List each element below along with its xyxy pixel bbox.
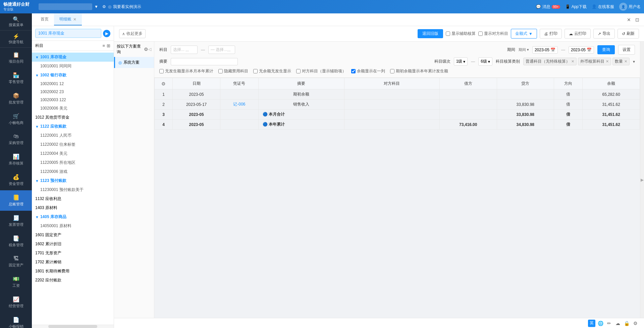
sidebar-item-ecommerce[interactable]: 🛒 小畅电商 (0, 109, 32, 129)
demo-button[interactable]: ◎ 我要看实例演示 (108, 4, 141, 10)
cb-contra[interactable] (296, 69, 301, 73)
cloud-btn[interactable]: ☁ (614, 320, 622, 327)
show-aux-input[interactable] (446, 31, 450, 36)
account-nav-btn[interactable]: ▶ (103, 30, 110, 37)
tree-item-11220004[interactable]: 11220004 美元 (32, 149, 114, 158)
subject-select-area[interactable]: — 选择... ... (208, 46, 235, 54)
tree-item-1001[interactable]: ▼ 1001 库存现金 (32, 53, 114, 62)
tree-item-1002[interactable]: ▼ 1002 银行存款 (32, 71, 114, 80)
tree-item-10020006[interactable]: 10020006 美元 (32, 104, 114, 113)
period-end-input[interactable]: 2023-05 📅 (569, 46, 594, 54)
cloud-print-btn[interactable]: ☁ 云打印 (565, 29, 591, 39)
period-dropdown[interactable]: 期间 ▾ (519, 47, 529, 52)
table-row[interactable]: 1 2023-05 期初余额 借 65,282.60 (155, 89, 640, 100)
tree-item-11230001[interactable]: 11230001 预付账款美于 (32, 185, 114, 194)
tree-item-1801[interactable]: 1801 长期待摊费用 (32, 267, 114, 276)
export-btn[interactable]: ↗ 导出 (593, 29, 615, 39)
tree-item-1123[interactable]: ▼ 1123 预付账款 (32, 176, 114, 185)
cell-voucher-2[interactable]: 记-006 (220, 100, 259, 110)
filter-collapse-icon[interactable]: ◁ (148, 47, 151, 52)
sidebar-item-shortcut[interactable]: ⚡ 快捷导航 (0, 30, 32, 48)
tree-item-10020003[interactable]: 10020003 122 (32, 96, 114, 104)
sidebar-item-tax[interactable]: 📑 税务管理 (0, 231, 32, 252)
expand-filter-btn[interactable]: ∧ 收起更多 (119, 29, 146, 38)
tab-close-window-btn[interactable]: ✕ (626, 16, 632, 23)
tree-item-2202[interactable]: 2202 应付账款 (32, 276, 114, 285)
category-tag-2[interactable]: 外币核算科目 ✕ (578, 58, 611, 65)
sidebar-item-salary[interactable]: 💵 工资 (0, 272, 32, 292)
tree-item-1405[interactable]: ▼ 1405 库存商品 (32, 212, 114, 221)
subject-input-area[interactable]: 选择... ... (171, 46, 198, 54)
sidebar-item-search[interactable]: 🔍 搜索菜单 (0, 13, 32, 30)
setting-btn[interactable]: 设置 (618, 45, 635, 55)
sidebar-item-invoice[interactable]: 🧾 发票管理 (0, 211, 32, 231)
sidebar-item-ledger[interactable]: 📒 总账管理 (0, 190, 32, 211)
sidebar-item-retail[interactable]: 🏪 零售管理 (0, 68, 32, 88)
tag-close-2[interactable]: ✕ (606, 59, 609, 64)
sidebar-item-wholesale[interactable]: 📦 批发管理 (0, 88, 32, 109)
amount-format-btn[interactable]: 金额式 ▼ (511, 29, 537, 39)
tree-item-1602[interactable]: 1602 累计折旧 (32, 240, 114, 249)
lock-btn[interactable]: 🔒 (623, 320, 630, 327)
tree-item-1601[interactable]: 1601 固定资产 (32, 231, 114, 240)
query-btn[interactable]: 查询 (597, 45, 615, 54)
tree-item-10010001[interactable]: 10010001 同同同 (32, 62, 114, 71)
checkbox-balance-one-col[interactable]: 余额显示在一列 (351, 68, 385, 74)
sidebar-item-project[interactable]: 📋 项目合同 (0, 48, 32, 68)
tree-item-1012[interactable]: 1012 其他货币资金 (32, 113, 114, 122)
query-scheme-item[interactable]: ◎ 系统方案 (114, 57, 154, 68)
tree-item-11220002[interactable]: 11220002 往来标签 (32, 140, 114, 149)
settings-btn[interactable]: ⚙ (100, 3, 108, 10)
tree-item-1122[interactable]: ▼ 1122 应收账款 (32, 122, 114, 131)
show-aux-checkbox[interactable]: 显示辅助核算 (446, 31, 476, 37)
checkbox-contra[interactable]: 对方科目（显示辅助项） (296, 68, 346, 74)
tag-close-1[interactable]: ✕ (571, 59, 574, 64)
cb-no-balance[interactable] (159, 69, 164, 73)
sidebar-item-inventory[interactable]: 📊 库存核算 (0, 149, 32, 170)
filter-settings-icon[interactable]: ⚙ (144, 47, 148, 52)
th-settings[interactable]: ⚙ (155, 78, 173, 89)
voucher-link-2[interactable]: 记-006 (233, 102, 245, 107)
tab-close-btn[interactable]: ✕ (73, 17, 76, 22)
checkbox-opening[interactable]: 期初余额显示本年累计发生额 (390, 68, 448, 74)
tree-item-10020002[interactable]: 10020002 23 (32, 88, 114, 96)
tree-item-11220006[interactable]: 11220006 游戏 (32, 167, 114, 176)
tree-item-11220005[interactable]: 11220005 所在地区 (32, 158, 114, 167)
category-tag-1[interactable]: 普通科目（无特殊核算） ✕ (523, 58, 577, 65)
tab-maximize-btn[interactable]: ⊡ (634, 16, 641, 23)
tag-close-3[interactable]: ✕ (624, 59, 627, 64)
checkbox-no-balance2[interactable]: 无余额无发生显示 (253, 68, 291, 74)
table-row[interactable]: 2 2023-05-17 记-006 销售收入 33,830.98 借 31 (155, 100, 640, 110)
checkbox-hide-disabled[interactable]: 隐藏禁用科目 (218, 68, 248, 74)
cb-balance-one-col[interactable] (351, 69, 356, 73)
tab-home[interactable]: 首页 (35, 14, 54, 25)
print-btn[interactable]: 🖨 打印 (540, 29, 562, 39)
return-old-btn[interactable]: 退回旧版 (418, 29, 443, 38)
user-area[interactable]: 👤 用户名 (619, 3, 641, 11)
dropdown-btn[interactable]: ▼ (92, 3, 100, 10)
bottom-settings-btn[interactable]: ⚙ (632, 320, 639, 327)
cb-hide-disabled[interactable] (218, 69, 223, 73)
cb-opening[interactable] (390, 69, 394, 73)
right-collapse-panel[interactable]: ▶ (640, 42, 644, 318)
sidebar-item-business[interactable]: 📈 经营管理 (0, 292, 32, 313)
account-current[interactable]: 1001 库存现金 (35, 29, 101, 38)
title-input[interactable] (39, 3, 92, 10)
category-dropdown[interactable]: ▾ (633, 59, 635, 64)
online-service-btn[interactable]: 👤 在线客服 (592, 4, 614, 10)
message-btn[interactable]: 💬 消息 99+ (536, 4, 560, 10)
period-start-input[interactable]: 2023-05 📅 (532, 46, 558, 54)
account-tree[interactable]: ▼ 1001 库存现金 10010001 同同同 ▼ 1002 银行存款 100… (32, 51, 114, 325)
tree-item-1403[interactable]: 1403 原材料 (32, 203, 114, 212)
sidebar-item-finance[interactable]: 💰 资金管理 (0, 170, 32, 190)
show-contra-checkbox[interactable]: 显示对方科目 (478, 31, 508, 37)
tree-expand-btn[interactable]: ⊞ (107, 43, 110, 48)
tree-item-1132[interactable]: 1132 应收利息 (32, 194, 114, 203)
tree-item-1702[interactable]: 1702 累计摊销 (32, 258, 114, 267)
tab-detail[interactable]: 明细账 ✕ (54, 14, 82, 25)
show-contra-input[interactable] (478, 31, 483, 36)
tree-item-1701[interactable]: 1701 无形资产 (32, 249, 114, 258)
sidebar-item-report[interactable]: 📄 小畅报销 (0, 313, 32, 328)
table-row-summary-year[interactable]: 4 2023-05 🔵 本年累计 73,416.00 (155, 120, 640, 130)
summary-input[interactable] (171, 58, 238, 65)
